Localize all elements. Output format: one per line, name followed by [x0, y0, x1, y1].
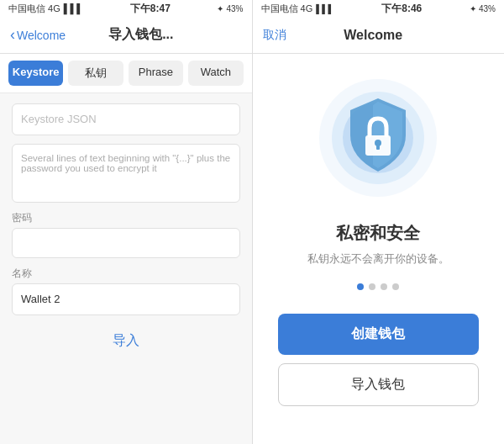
- shield-illustration: [311, 71, 445, 205]
- signal-icon-right: ▌▌▌: [316, 4, 333, 13]
- carrier-right: 中国电信 4G: [261, 3, 313, 15]
- shield-svg: [315, 75, 441, 201]
- right-panel: 中国电信 4G ▌▌▌ 下午8:46 ✦ 43% 取消 Welcome: [253, 0, 505, 444]
- dot-2: [369, 283, 375, 290]
- hint-text: Several lines of text beginning with "{.…: [12, 144, 240, 203]
- nav-title-left: 导入钱包...: [66, 26, 216, 44]
- battery-left: 43%: [226, 4, 243, 13]
- back-button[interactable]: ‹ Welcome: [10, 26, 66, 44]
- status-bar-left: 中国电信 4G ▌▌▌ 下午8:47 ✦ 43%: [0, 0, 252, 17]
- welcome-title: 私密和安全: [336, 222, 420, 245]
- dot-3: [381, 283, 387, 290]
- bluetooth-icon-left: ✦: [217, 4, 223, 13]
- name-label: 名称: [12, 267, 240, 281]
- welcome-content: 私密和安全 私钥永远不会离开你的设备。 创建钱包 导入钱包: [253, 54, 505, 444]
- left-panel: 中国电信 4G ▌▌▌ 下午8:47 ✦ 43% ‹ Welcome 导入钱包.…: [0, 0, 252, 444]
- signal-icon-left: ▌▌▌: [64, 3, 83, 13]
- password-input[interactable]: [12, 228, 240, 258]
- keystore-field: Keystore JSON: [12, 103, 240, 135]
- wallet-name-input[interactable]: Wallet 2: [12, 283, 240, 315]
- status-bar-right: 中国电信 4G ▌▌▌ 下午8:46 ✦ 43%: [253, 0, 505, 17]
- carrier-name-left: 中国电信 4G: [8, 3, 60, 15]
- time-left: 下午8:47: [130, 2, 171, 16]
- name-section: 名称 Wallet 2: [12, 267, 240, 315]
- nav-title-right: Welcome: [344, 28, 402, 43]
- dot-1: [357, 283, 364, 290]
- cancel-button[interactable]: 取消: [263, 28, 286, 43]
- tab-private-key[interactable]: 私钥: [68, 61, 123, 86]
- battery-right-wrap: ✦ 43%: [470, 4, 496, 13]
- tab-bar: Keystore 私钥 Phrase Watch: [0, 54, 252, 93]
- password-label: 密码: [12, 211, 240, 225]
- status-carrier-left: 中国电信 4G ▌▌▌: [8, 3, 83, 15]
- nav-bar-left: ‹ Welcome 导入钱包...: [0, 17, 252, 54]
- svg-rect-5: [376, 144, 380, 150]
- time-right: 下午8:46: [381, 2, 422, 16]
- import-wallet-button[interactable]: 导入钱包: [278, 363, 480, 406]
- bluetooth-icon-right: ✦: [470, 4, 476, 13]
- back-label: Welcome: [17, 29, 66, 42]
- import-button-wrap: 导入: [12, 324, 240, 350]
- status-icons-left: ✦ 43%: [217, 4, 243, 13]
- tab-keystore[interactable]: Keystore: [8, 61, 63, 86]
- nav-bar-right: 取消 Welcome: [253, 17, 505, 54]
- create-wallet-button[interactable]: 创建钱包: [278, 314, 480, 355]
- tab-phrase[interactable]: Phrase: [129, 61, 183, 86]
- dots-indicator: [357, 283, 399, 290]
- keystore-input[interactable]: Keystore JSON: [12, 103, 240, 135]
- status-right-left-area: 中国电信 4G ▌▌▌: [261, 3, 334, 15]
- import-button[interactable]: 导入: [113, 332, 139, 350]
- form-area: Keystore JSON Several lines of text begi…: [0, 93, 252, 444]
- tab-watch[interactable]: Watch: [188, 61, 243, 86]
- action-buttons: 创建钱包 导入钱包: [270, 314, 488, 406]
- password-section: 密码: [12, 211, 240, 258]
- chevron-left-icon: ‹: [10, 26, 15, 44]
- welcome-subtitle: 私钥永远不会离开你的设备。: [307, 251, 449, 267]
- dot-4: [392, 283, 399, 290]
- battery-right: 43%: [479, 4, 496, 13]
